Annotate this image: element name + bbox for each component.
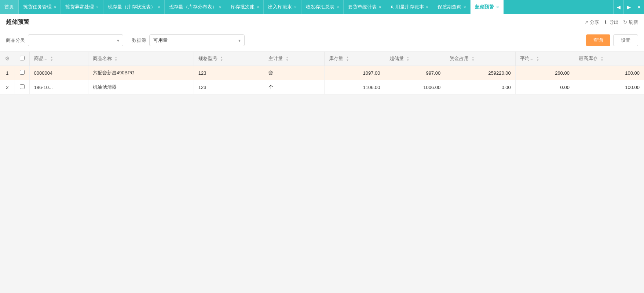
th-checkbox-all[interactable] <box>15 52 29 66</box>
nav-item-close-icon[interactable]: × <box>496 5 498 9</box>
query-button[interactable]: 查询 <box>586 34 610 46</box>
th-avg[interactable]: 平均... ▲▼ <box>515 52 574 66</box>
th-max-stock[interactable]: 最高库存 ▲▼ <box>574 52 644 66</box>
nav-item-------[interactable]: 收发存汇总表 × <box>301 0 344 14</box>
nav-item-----------[interactable]: 现存量（库存分布表） × <box>165 0 226 14</box>
gear-icon: ⚙ <box>5 55 10 62</box>
nav-item-------[interactable]: 拣货任务管理 × <box>19 0 61 14</box>
nav-item-----[interactable]: 超储预警 × <box>471 0 503 14</box>
nav-item-close-icon[interactable]: × <box>464 5 466 9</box>
product-code-sort-icon: ▲▼ <box>50 56 53 62</box>
nav-item-close-icon[interactable]: × <box>219 5 221 9</box>
nav-item------[interactable]: 保质期查询 × <box>433 0 471 14</box>
category-chevron-icon <box>117 38 119 43</box>
row-checkbox[interactable] <box>20 70 25 75</box>
th-spec-label: 规格型号 <box>198 56 217 61</box>
max-stock-sort-icon: ▲▼ <box>601 56 604 62</box>
nav-close-arrow[interactable]: ✕ <box>634 0 644 14</box>
nav-item--------[interactable]: 可用量库存账本 × <box>386 0 433 14</box>
nav-item-close-icon[interactable]: × <box>158 5 160 9</box>
nav-item-------[interactable]: 拣货异常处理 × <box>61 0 103 14</box>
td-index-num: 2 <box>0 80 15 94</box>
nav-item-close-icon[interactable]: × <box>54 5 56 9</box>
datasource-chevron-icon <box>238 38 241 43</box>
td-capital: 259220.00 <box>445 66 516 80</box>
th-unit[interactable]: 主计量 ▲▼ <box>264 52 325 66</box>
td-max-stock: 100.00 <box>574 66 644 80</box>
category-label: 商品分类 <box>6 37 25 44</box>
td-capital: 0.00 <box>445 80 516 94</box>
unit-sort-icon: ▲▼ <box>286 56 289 62</box>
th-gear[interactable]: ⚙ <box>0 52 15 66</box>
table-container: ⚙ 商品... ▲▼ 商品名称 ▲▼ 规格型号 ▲▼ <box>0 52 644 94</box>
td-avg: 260.00 <box>515 66 574 80</box>
stock-sort-icon: ▲▼ <box>346 56 349 62</box>
nav-right-arrow[interactable]: ▶ <box>623 0 634 14</box>
filter-actions: 查询 设置 <box>586 34 638 46</box>
table-header-row: ⚙ 商品... ▲▼ 商品名称 ▲▼ 规格型号 ▲▼ <box>0 52 644 66</box>
th-stock[interactable]: 库存量 ▲▼ <box>324 52 385 66</box>
avg-sort-icon: ▲▼ <box>536 56 539 62</box>
refresh-icon: ↻ <box>623 19 627 25</box>
td-product-name: 六配套新昌490BPG <box>88 66 194 80</box>
nav-item-----------[interactable]: 现存量（库存状况表） × <box>103 0 165 14</box>
th-max-stock-label: 最高库存 <box>579 56 598 61</box>
nav-item-close-icon[interactable]: × <box>337 5 339 9</box>
header-actions: ↗ 分享 ⬇ 导出 ↻ 刷新 <box>584 19 638 26</box>
td-checkbox[interactable] <box>15 66 29 80</box>
td-avg: 0.00 <box>515 80 574 94</box>
over-stock-sort-icon: ▲▼ <box>406 56 409 62</box>
th-product-name-label: 商品名称 <box>93 56 112 61</box>
th-unit-label: 主计量 <box>268 56 283 61</box>
th-capital[interactable]: 资金占用 ▲▼ <box>445 52 516 66</box>
select-all-checkbox[interactable] <box>20 56 25 60</box>
nav-item------[interactable]: 出入库流水 × <box>264 0 301 14</box>
share-icon: ↗ <box>584 19 588 25</box>
td-max-stock: 100.00 <box>574 80 644 94</box>
datasource-filter-group: 数据源 可用量 <box>132 34 245 46</box>
category-select[interactable] <box>28 34 123 46</box>
row-checkbox[interactable] <box>20 84 25 89</box>
nav-item-close-icon[interactable]: × <box>426 5 428 9</box>
th-stock-label: 库存量 <box>329 56 343 61</box>
table-row: 1 0000004 六配套新昌490BPG 123 套 1097.00 997.… <box>0 66 644 80</box>
th-product-code-label: 商品... <box>34 56 48 61</box>
export-button[interactable]: ⬇ 导出 <box>604 19 619 26</box>
datasource-select[interactable]: 可用量 <box>149 34 245 46</box>
th-product-name[interactable]: 商品名称 ▲▼ <box>88 52 194 66</box>
filter-area: 商品分类 数据源 可用量 查询 设置 <box>0 29 644 52</box>
th-capital-label: 资金占用 <box>450 56 469 61</box>
th-over-stock[interactable]: 超储量 ▲▼ <box>385 52 445 66</box>
nav-left-arrow[interactable]: ◀ <box>613 0 623 14</box>
nav-item-------[interactable]: 要货单统计表 × <box>344 0 386 14</box>
td-unit: 套 <box>264 66 325 80</box>
th-spec[interactable]: 规格型号 ▲▼ <box>194 52 264 66</box>
product-name-sort-icon: ▲▼ <box>114 56 117 62</box>
settings-button[interactable]: 设置 <box>613 34 638 46</box>
nav-item---[interactable]: 首页 <box>0 0 19 14</box>
nav-item-close-icon[interactable]: × <box>257 5 259 9</box>
top-nav: 首页拣货任务管理 ×拣货异常处理 ×现存量（库存状况表） ×现存量（库存分布表）… <box>0 0 644 14</box>
page-title: 超储预警 <box>6 18 29 26</box>
nav-arrows: ◀ ▶ ✕ <box>613 0 644 14</box>
td-product-code: 0000004 <box>29 66 88 80</box>
nav-item-close-icon[interactable]: × <box>294 5 296 9</box>
datasource-value: 可用量 <box>153 37 168 44</box>
capital-sort-icon: ▲▼ <box>472 56 475 62</box>
data-table: ⚙ 商品... ▲▼ 商品名称 ▲▼ 规格型号 ▲▼ <box>0 52 644 94</box>
page-header: 超储预警 ↗ 分享 ⬇ 导出 ↻ 刷新 <box>0 14 644 29</box>
th-product-code[interactable]: 商品... ▲▼ <box>29 52 88 66</box>
td-stock: 1097.00 <box>324 66 385 80</box>
td-checkbox[interactable] <box>15 80 29 94</box>
category-filter-group: 商品分类 <box>6 34 123 46</box>
td-product-code: 186-10... <box>29 80 88 94</box>
td-stock: 1106.00 <box>324 80 385 94</box>
nav-item------[interactable]: 库存批次账 × <box>226 0 264 14</box>
td-spec: 123 <box>194 80 264 94</box>
td-unit: 个 <box>264 80 325 94</box>
datasource-label: 数据源 <box>132 37 146 44</box>
nav-item-close-icon[interactable]: × <box>379 5 381 9</box>
nav-item-close-icon[interactable]: × <box>96 5 98 9</box>
share-button[interactable]: ↗ 分享 <box>584 19 599 26</box>
refresh-button[interactable]: ↻ 刷新 <box>623 19 638 26</box>
